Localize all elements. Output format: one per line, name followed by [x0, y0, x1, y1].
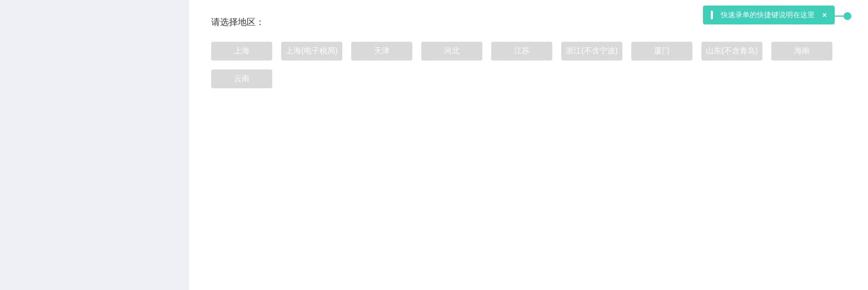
tooltip-text: 快速录单的快捷键说明在这里: [721, 10, 815, 20]
left-sidebar: [0, 0, 189, 290]
region-btn-tianjin[interactable]: 天津: [351, 42, 412, 61]
region-btn-yunnan[interactable]: 云南: [211, 69, 272, 88]
main-content: 请选择地区： 上海上海(电子税局)天津河北江苏浙江(不含宁波)厦门山东(不含青岛…: [189, 0, 868, 290]
tooltip-banner: 快速录单的快捷键说明在这里 ×: [703, 6, 835, 24]
region-btn-shanghai-etax[interactable]: 上海(电子税局): [281, 42, 342, 61]
region-buttons: 上海上海(电子税局)天津河北江苏浙江(不含宁波)厦门山东(不含青岛)海南云南: [211, 42, 846, 88]
region-btn-hainan[interactable]: 海南: [771, 42, 832, 61]
close-icon[interactable]: ×: [822, 11, 827, 19]
region-btn-jiangsu[interactable]: 江苏: [491, 42, 552, 61]
region-btn-hebei[interactable]: 河北: [421, 42, 482, 61]
region-btn-xiamen[interactable]: 厦门: [631, 42, 692, 61]
tooltip-dot: [844, 12, 851, 20]
tooltip-bar: [711, 11, 713, 19]
region-btn-zhejiang[interactable]: 浙江(不含宁波): [561, 42, 622, 61]
region-btn-shandong[interactable]: 山东(不含青岛): [701, 42, 762, 61]
region-btn-shanghai[interactable]: 上海: [211, 42, 272, 61]
